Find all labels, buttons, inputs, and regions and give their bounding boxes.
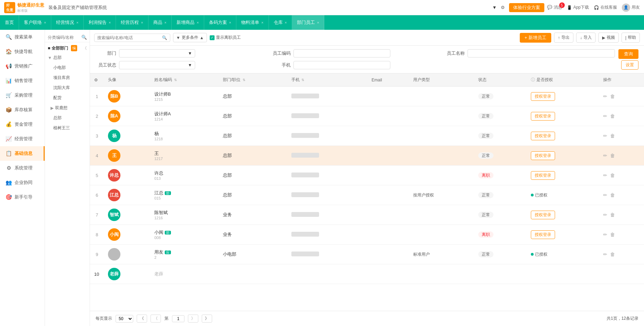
user-avatar[interactable]: 👤 用友 — [622, 3, 640, 12]
nav-item-new-goods[interactable]: 新增商品 × — [172, 15, 204, 30]
notification-btn[interactable]: 💬 消息 5 — [547, 5, 562, 10]
nav-item-profit[interactable]: 利润报告 × — [84, 15, 116, 30]
dept-item-shenyang[interactable]: 沈阳大库 — [45, 83, 90, 93]
filter-dept-select[interactable]: ▼ — [119, 49, 195, 58]
help-button[interactable]: | 帮助 — [622, 33, 640, 43]
auth-btn[interactable]: 授权登录 — [531, 211, 555, 219]
edit-icon[interactable]: ✏ — [603, 173, 607, 178]
filter-phone-input[interactable] — [293, 61, 390, 69]
dept-item-shuanglu[interactable]: ▶ 双鹿想 — [45, 103, 90, 113]
th-settings[interactable]: ⚙ — [90, 73, 104, 87]
nav-guide[interactable]: 🎯 新手引导 — [0, 190, 45, 204]
delete-icon[interactable]: 🗑 — [610, 212, 615, 218]
sort-dept-icon[interactable]: ⇅ — [243, 78, 245, 82]
nav-item-journey[interactable]: 经营历程 × — [116, 15, 148, 30]
dept-search-input[interactable] — [48, 35, 81, 40]
next-page-btn[interactable]: 〉 — [188, 315, 198, 323]
edit-icon[interactable]: ✏ — [603, 153, 607, 158]
dept-item-xiaodian[interactable]: 小电部 — [45, 63, 90, 73]
nav-system[interactable]: ⚙ 系统管理 — [0, 161, 45, 175]
dept-item-zongbu2[interactable]: 总部 — [45, 113, 90, 123]
trial-button[interactable]: 体验行业方案 — [509, 3, 544, 12]
nav-item-home[interactable]: 首页 — [0, 15, 19, 30]
nav-search-menu[interactable]: 🔍 搜索菜单 — [0, 30, 45, 44]
nav-item-warehouse[interactable]: 仓库 × — [269, 15, 292, 30]
emp-name-field[interactable] — [471, 51, 612, 56]
nav-item-barcode[interactable]: 条码方案 × — [204, 15, 236, 30]
sort-name-icon[interactable]: ⇅ — [174, 78, 177, 82]
auth-btn[interactable]: 授权登录 — [531, 151, 555, 160]
search-icon[interactable]: 🔍 — [162, 35, 167, 40]
all-dept-text[interactable]: 全部部门 — [52, 45, 68, 51]
auth-info-icon[interactable]: ⓘ — [531, 77, 535, 82]
nav-purchase[interactable]: 🛒 采购管理 — [0, 88, 45, 103]
nav-item-department[interactable]: 部门员工 × — [292, 15, 324, 30]
filter-status-select[interactable]: ▼ — [119, 61, 195, 69]
nav-sales[interactable]: 📊 销售管理 — [0, 73, 45, 88]
dropdown-arrow[interactable]: ▼ — [492, 5, 497, 10]
nav-inventory[interactable]: 📦 库存核算 — [0, 103, 45, 117]
edit-icon[interactable]: ✏ — [603, 192, 607, 198]
auth-btn[interactable]: 授权登录 — [531, 92, 555, 101]
delete-icon[interactable]: 🗑 — [610, 153, 615, 158]
settings-icon[interactable]: ⚙ — [499, 4, 506, 11]
dimission-checkbox[interactable]: ✓ — [210, 35, 215, 40]
prev-page-btn[interactable]: 〈 — [151, 315, 161, 323]
dept-item-peihuo[interactable]: 配货 — [45, 93, 90, 103]
dept-edit-icon[interactable]: 编 — [71, 45, 77, 51]
nav-collab[interactable]: 👥 企业协同 — [0, 175, 45, 190]
nav-marketing[interactable]: 📢 营销推广 — [0, 59, 45, 73]
filter-emp-name-input[interactable] — [468, 49, 615, 58]
add-employee-button[interactable]: + 新增员工 — [520, 33, 551, 43]
import-button[interactable]: ↓ 导入 — [576, 33, 596, 43]
export-button[interactable]: ↑ 导出 — [554, 33, 573, 43]
first-page-btn[interactable]: 《 — [137, 315, 147, 323]
edit-icon[interactable]: ✏ — [603, 212, 607, 218]
more-filter-btn[interactable]: ▼ 更多条件 ▲ — [173, 33, 207, 42]
phone-field[interactable] — [297, 63, 387, 68]
online-service-btn[interactable]: 🎧 在线客服 — [594, 5, 617, 10]
nav-item-material[interactable]: 物料清单 × — [236, 15, 269, 30]
sort-phone-icon[interactable]: ⇅ — [301, 78, 304, 82]
delete-icon[interactable]: 🗑 — [610, 133, 615, 139]
dept-collapse-btn[interactable]: 《 — [83, 45, 87, 51]
dept-search-icon[interactable]: 🔍 — [81, 35, 87, 40]
set-button[interactable]: 设置 — [621, 60, 638, 70]
view-button[interactable]: ▶ 视频 — [598, 33, 619, 43]
nav-item-customer[interactable]: 客户联络 × — [19, 15, 51, 30]
dept-item-zhishu[interactable]: 植树王三 — [45, 123, 90, 133]
page-number-input[interactable] — [172, 315, 184, 322]
search-input[interactable] — [97, 35, 161, 40]
per-page-select[interactable]: 50 20 100 — [116, 315, 133, 323]
auth-btn[interactable]: 授权登录 — [531, 132, 555, 140]
edit-icon[interactable]: ✏ — [603, 113, 607, 119]
delete-icon[interactable]: 🗑 — [610, 113, 615, 119]
auth-btn[interactable]: 授权登录 — [531, 112, 555, 121]
nav-business[interactable]: 📈 经营管理 — [0, 132, 45, 146]
edit-icon[interactable]: ✏ — [603, 232, 607, 237]
emp-code-field[interactable] — [297, 51, 387, 56]
auth-btn[interactable]: 授权登录 — [531, 230, 555, 239]
dept-item-project[interactable]: 项目库房 — [45, 73, 90, 83]
edit-icon[interactable]: ✏ — [603, 252, 607, 257]
auth-btn[interactable]: 授权登录 — [531, 171, 555, 180]
delete-icon[interactable]: 🗑 — [610, 173, 615, 178]
edit-icon[interactable]: ✏ — [603, 94, 607, 99]
delete-icon[interactable]: 🗑 — [610, 94, 615, 99]
show-dimission-toggle[interactable]: ✓ 显示离职员工 — [210, 35, 241, 41]
nav-item-goods[interactable]: 商品 × — [148, 15, 172, 30]
app-download-btn[interactable]: 📱 App下载 — [567, 5, 589, 10]
filter-emp-code-input[interactable] — [293, 49, 390, 58]
delete-icon[interactable]: 🗑 — [610, 232, 615, 237]
nav-basic-info[interactable]: 📋 基础信息 — [0, 146, 45, 161]
last-page-btn[interactable]: 》 — [202, 315, 212, 323]
delete-icon[interactable]: 🗑 — [610, 192, 615, 198]
query-button[interactable]: 查询 — [618, 49, 638, 59]
nav-finance[interactable]: 💰 资金管理 — [0, 117, 45, 132]
edit-icon[interactable]: ✏ — [603, 133, 607, 139]
dept-item-zongbu-group[interactable]: ▼ 总部 — [45, 53, 90, 63]
delete-icon[interactable]: 🗑 — [610, 252, 615, 257]
nav-item-operation[interactable]: 经营情况 × — [51, 15, 83, 30]
row-auth-cell: 授权登录 — [527, 146, 599, 166]
nav-quick-nav[interactable]: 🏠 快捷导航 — [0, 44, 45, 59]
